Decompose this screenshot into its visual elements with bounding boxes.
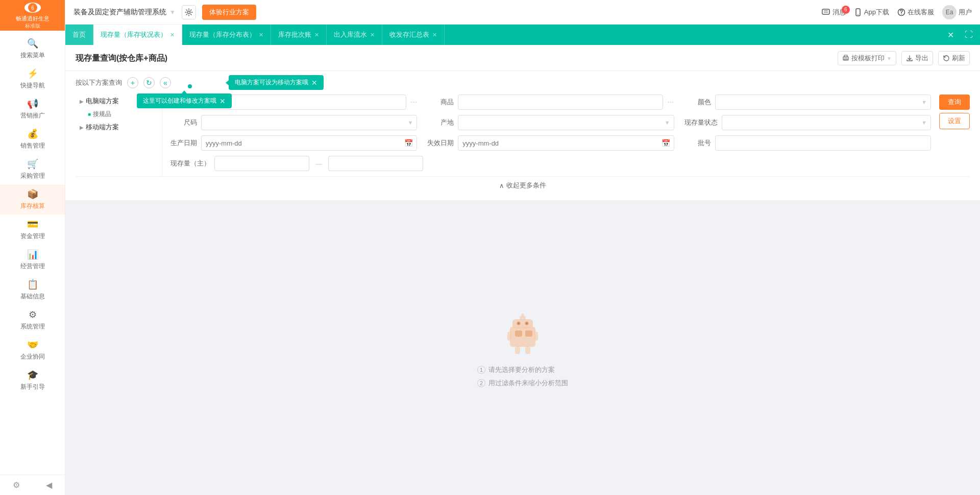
tooltip2-close-btn[interactable]: ✕ <box>219 97 226 105</box>
refresh-btn[interactable]: 刷新 <box>938 51 970 65</box>
goods-dots-btn[interactable]: ··· <box>667 98 674 107</box>
refresh-scheme-btn[interactable]: ↻ <box>143 77 155 88</box>
collapse-sidebar-btn[interactable]: ◀ <box>46 480 52 490</box>
scheme-sub-item[interactable]: ■ 接规品 <box>86 108 158 121</box>
sidebar-item-label: 搜索菜单 <box>20 51 45 60</box>
sidebar-item-label: 经营管理 <box>20 262 45 271</box>
tab-inventory-status[interactable]: 现存量（库存状况表） ✕ <box>93 25 182 45</box>
settings-bottom-btn[interactable]: ⚙ <box>13 480 20 490</box>
expire-date-input[interactable] <box>458 135 674 151</box>
tab-home[interactable]: 首页 <box>65 25 93 45</box>
trial-btn[interactable]: 体验行业方案 <box>202 5 256 20</box>
export-btn[interactable]: 导出 <box>901 51 933 65</box>
stock-qty-to-input[interactable] <box>328 156 423 171</box>
sidebar-item-search-menu[interactable]: 🔍 搜索菜单 <box>0 34 65 64</box>
system-name: 装备及固定资产辅助管理系统 ▼ <box>74 8 176 17</box>
print-template-btn[interactable]: 按模板打印 ▼ <box>838 51 896 65</box>
app-download-label: App下载 <box>864 8 889 17</box>
filter-row-4: 现存量（主） — <box>170 156 931 171</box>
guide-icon: 🎓 <box>27 369 38 381</box>
svg-point-5 <box>857 14 859 15</box>
tab-inventory-dist[interactable]: 现存量（库存分布表） ✕ <box>182 25 271 45</box>
tab-in-out-flow[interactable]: 出入库流水 ✕ <box>327 25 382 45</box>
sub-item-label: 接规品 <box>93 110 111 119</box>
goods-input[interactable] <box>458 95 663 110</box>
batch-no-input[interactable] <box>715 135 931 151</box>
tooltip1-close-btn[interactable]: ✕ <box>311 79 317 87</box>
tab-inventory-status-close[interactable]: ✕ <box>170 32 175 38</box>
size-select[interactable] <box>201 115 417 130</box>
color-filter: 颜色 ▼ <box>684 95 931 110</box>
page-title: 现存量查询(按仓库+商品) <box>76 53 167 64</box>
sidebar-item-label: 基础信息 <box>20 292 45 301</box>
tab-collect-summary-close[interactable]: ✕ <box>432 32 437 38</box>
logo: 6 畅通逍好生意 标准版 <box>0 0 65 31</box>
svg-rect-17 <box>525 347 530 354</box>
warehouse-dots-btn[interactable]: ··· <box>410 98 417 107</box>
app-download-btn[interactable]: App下载 <box>854 8 889 17</box>
batch-no-label: 批号 <box>684 138 711 148</box>
sidebar-item-quick-nav[interactable]: ⚡ 快捷导航 <box>0 64 65 94</box>
inventory-icon: 📦 <box>27 188 38 200</box>
reset-btn[interactable]: 设置 <box>939 113 970 129</box>
tab-batch-account[interactable]: 库存批次账 ✕ <box>271 25 327 45</box>
search-btn[interactable]: 查询 <box>939 95 970 110</box>
sidebar-item-label: 采购管理 <box>20 172 45 180</box>
origin-select[interactable] <box>458 115 674 130</box>
basic-info-icon: 📋 <box>27 279 38 290</box>
sidebar-item-finance[interactable]: 💳 资金管理 <box>0 215 65 245</box>
collapse-icon: ∧ <box>499 182 504 190</box>
add-scheme-btn[interactable]: + <box>127 77 138 88</box>
svg-point-24 <box>521 314 524 317</box>
logo-badge: 标准版 <box>25 22 40 30</box>
sidebar-item-sales[interactable]: 💰 销售管理 <box>0 124 65 154</box>
sidebar-item-cooperation[interactable]: 🤝 企业协同 <box>0 335 65 365</box>
svg-point-7 <box>901 14 901 14</box>
filter-section: 电脑方案可设为移动方案哦 ✕ 这里可以创建和修改方案哦 ✕ 按以下方案查询 + … <box>65 71 980 201</box>
empty-tip-1: 1 请先选择要分析的方案 <box>477 363 568 376</box>
mobile-scheme-item[interactable]: ▶ 移动端方案 <box>76 121 158 134</box>
logo-text: 畅通逍好生意 <box>16 15 50 22</box>
stock-status-select[interactable] <box>722 115 931 130</box>
scheme-sub-items: ■ 接规品 <box>76 108 158 121</box>
sidebar-item-operations[interactable]: 📊 经营管理 <box>0 245 65 275</box>
sidebar-item-inventory[interactable]: 📦 库存核算 <box>0 184 65 215</box>
user-label: 用户 <box>959 8 972 17</box>
prod-date-input[interactable] <box>201 135 417 151</box>
system-name-arrow: ▼ <box>169 9 176 16</box>
tab-inventory-dist-close[interactable]: ✕ <box>259 32 263 38</box>
message-btn[interactable]: 6 消息 <box>821 8 846 17</box>
tab-batch-account-close[interactable]: ✕ <box>314 32 319 38</box>
tab-collect-summary[interactable]: 收发存汇总表 ✕ <box>382 25 445 45</box>
online-support-btn[interactable]: 在线客服 <box>897 8 934 17</box>
sidebar-item-label: 库存核算 <box>20 202 45 210</box>
arrow-scheme-btn[interactable]: « <box>160 77 171 88</box>
settings-btn[interactable] <box>182 5 196 19</box>
collapse-row[interactable]: ∧ 收起更多条件 <box>76 176 970 194</box>
avatar-text: Ea <box>946 9 953 16</box>
expire-date-filter: 失效日期 📅 <box>427 135 674 151</box>
sidebar-item-guide[interactable]: 🎓 新手引导 <box>0 365 65 395</box>
sidebar-item-basic-info[interactable]: 📋 基础信息 <box>0 275 65 305</box>
expire-date-label: 失效日期 <box>427 138 454 148</box>
warehouse-input[interactable] <box>201 95 406 110</box>
tab-in-out-flow-close[interactable]: ✕ <box>370 32 375 38</box>
filter-row-1: 仓库 ··· 商品 ··· <box>170 95 931 110</box>
sales-icon: 💰 <box>27 128 38 139</box>
cooperation-icon: 🤝 <box>27 339 38 350</box>
prod-date-label: 生产日期 <box>170 138 197 148</box>
mobile-scheme-label: 移动端方案 <box>86 123 119 132</box>
svg-rect-18 <box>512 319 533 328</box>
sidebar-item-marketing[interactable]: 📢 营销推广 <box>0 94 65 124</box>
tab-bar: 首页 现存量（库存状况表） ✕ 现存量（库存分布表） ✕ 库存批次账 ✕ 出入库… <box>65 25 980 45</box>
svg-rect-11 <box>510 326 535 347</box>
color-select[interactable] <box>715 95 931 110</box>
tab-close-all-btn[interactable]: ✕ <box>943 28 958 42</box>
sidebar-item-purchase[interactable]: 🛒 采购管理 <box>0 154 65 184</box>
stock-qty-from-input[interactable] <box>214 156 309 171</box>
tab-fullscreen-btn[interactable]: ⛶ <box>962 28 976 42</box>
print-template-label: 按模板打印 <box>851 54 885 63</box>
user-btn[interactable]: Ea 用户 <box>942 5 972 19</box>
sidebar-item-system[interactable]: ⚙ 系统管理 <box>0 305 65 335</box>
phone-icon <box>854 8 862 16</box>
